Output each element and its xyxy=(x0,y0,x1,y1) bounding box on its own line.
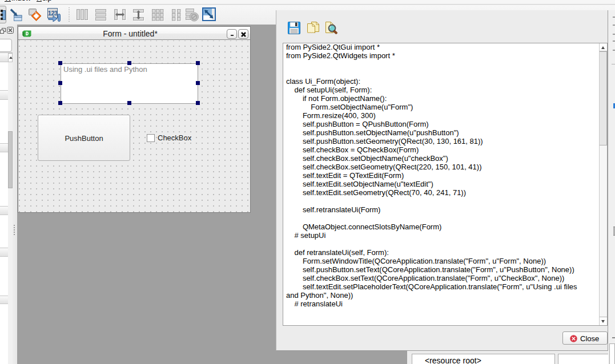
svg-text:123: 123 xyxy=(48,10,58,17)
